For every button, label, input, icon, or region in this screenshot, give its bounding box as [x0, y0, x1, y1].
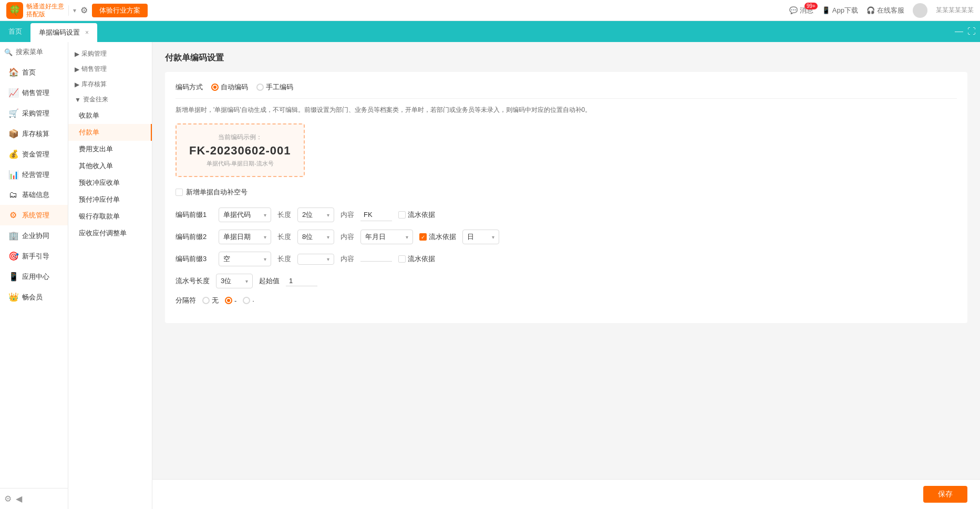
auto-code-radio[interactable]: [211, 84, 219, 91]
sidebar-item-appcenter[interactable]: 📱 应用中心: [0, 266, 68, 287]
field3-select[interactable]: 空 ▾: [219, 252, 271, 266]
tabbar-actions: — ⛶: [955, 27, 980, 36]
field2-content-label: 内容: [341, 232, 354, 242]
field2-length-select[interactable]: 8位 ▾: [297, 230, 334, 244]
field2-serial-checkbox[interactable]: ✓ 流水依据: [419, 232, 456, 242]
operations-icon: 📊: [8, 170, 18, 180]
field2-serial-box[interactable]: ✓: [419, 233, 427, 241]
field1-label: 编码前缀1: [176, 210, 212, 220]
sub-nav-group-purchase: ▶ 采购管理: [68, 46, 152, 61]
sub-nav-item-pre-receipt[interactable]: 预收冲应收单: [68, 174, 152, 191]
field1-select-value: 单据代码: [223, 210, 251, 220]
sidebar-item-system[interactable]: ⚙ 系统管理: [0, 205, 68, 225]
tab-home[interactable]: 首页: [0, 21, 30, 42]
sub-nav-item-adjustment[interactable]: 应收应付调整单: [68, 225, 152, 242]
serial-length-value: 3位: [221, 276, 231, 286]
form-card: 编码方式 自动编码 手工编码: [165, 72, 967, 323]
separator-none[interactable]: 无: [202, 296, 219, 305]
window-maximize-icon[interactable]: ⛶: [967, 27, 976, 36]
field3-length-select[interactable]: ▾: [297, 254, 334, 265]
field3-serial-box[interactable]: [398, 255, 406, 263]
sidebar-item-sales[interactable]: 📈 销售管理: [0, 82, 68, 103]
encoding-method-label: 编码方式: [176, 82, 203, 92]
sidebar-item-enterprise[interactable]: 🏢 企业协同: [0, 225, 68, 246]
sidebar-item-home[interactable]: 🏠 首页: [0, 62, 68, 82]
page-layout: ▶ 采购管理 ▶ 销售管理 ▶ 库存核算: [68, 42, 980, 509]
workspace-dropdown[interactable]: ▾: [73, 7, 76, 14]
sidebar-item-operations[interactable]: 📊 经营管理: [0, 164, 68, 185]
promo-button[interactable]: 体验行业方案: [92, 4, 148, 17]
sub-nav-item-expense[interactable]: 费用支出单: [68, 141, 152, 158]
tab-encoding[interactable]: 单据编码设置 ×: [30, 23, 97, 42]
sidebar-settings-button[interactable]: ⚙: [4, 494, 12, 504]
manual-code-option[interactable]: 手工编码: [256, 82, 293, 92]
sidebar-item-basic[interactable]: 🗂 基础信息: [0, 185, 68, 205]
field2-serial-select[interactable]: 日 ▾: [462, 230, 499, 244]
avatar[interactable]: [913, 3, 927, 18]
sub-nav-item-other-income[interactable]: 其他收入单: [68, 158, 152, 174]
sep-dot2-radio[interactable]: [243, 297, 250, 304]
sep-dot-label: -: [234, 297, 236, 305]
tab-close-icon[interactable]: ×: [85, 29, 89, 36]
encoding-radio-group: 自动编码 手工编码: [211, 82, 293, 92]
start-value-label: 起始值: [259, 276, 280, 286]
auto-fill-checkbox[interactable]: [176, 189, 183, 196]
separator-row: 分隔符 无 - ·: [176, 296, 957, 305]
sales-icon: 📈: [8, 88, 18, 98]
app-download-item[interactable]: 📱 App下载: [822, 6, 858, 15]
sub-nav-item-bank[interactable]: 银行存取款单: [68, 208, 152, 225]
field1-serial-label: 流水依据: [408, 210, 435, 220]
field1-length-label: 长度: [277, 210, 291, 220]
sidebar-item-member[interactable]: 👑 畅会员: [0, 287, 68, 307]
sidebar-item-label: 应用中心: [22, 272, 49, 282]
field1-serial-box[interactable]: [398, 211, 406, 219]
field2-serial-label: 流水依据: [429, 232, 456, 242]
sub-nav-item-pre-payment[interactable]: 预付冲应付单: [68, 191, 152, 208]
window-minimize-icon[interactable]: —: [955, 27, 963, 36]
group-label: 采购管理: [81, 49, 107, 58]
sidebar-collapse-button[interactable]: ◀: [16, 494, 22, 504]
field3-serial-checkbox[interactable]: 流水依据: [398, 254, 435, 264]
field2-content-select[interactable]: 年月日 ▾: [360, 230, 413, 244]
sub-nav-group-inventory-title[interactable]: ▶ 库存核算: [68, 77, 152, 92]
serial-length-select[interactable]: 3位 ▾: [216, 274, 253, 288]
sidebar-item-newguide[interactable]: 🎯 新手引导: [0, 246, 68, 266]
sep-none-radio[interactable]: [202, 297, 210, 304]
manual-code-radio[interactable]: [256, 84, 264, 91]
sidebar-search[interactable]: 🔍 搜索菜单: [0, 42, 68, 62]
separator-dot[interactable]: -: [225, 297, 236, 305]
field3-label: 编码前缀3: [176, 254, 212, 264]
topbar-right: 💬 消息 99+ 📱 App下载 🎧 在线客服 某某某某某某: [789, 3, 974, 18]
field1-serial-checkbox[interactable]: 流水依据: [398, 210, 435, 220]
field2-select[interactable]: 单据日期 ▾: [219, 230, 271, 244]
message-item[interactable]: 💬 消息 99+: [789, 6, 813, 15]
field1-select[interactable]: 单据代码 ▾: [219, 207, 271, 222]
separator-dot2[interactable]: ·: [243, 297, 254, 305]
auto-code-option[interactable]: 自动编码: [211, 82, 248, 92]
sub-nav-group-finance-title[interactable]: ▼ 资金往来: [68, 92, 152, 107]
settings-icon[interactable]: ⚙: [80, 5, 88, 15]
sep-none-label: 无: [212, 296, 219, 305]
sidebar-item-label: 采购管理: [22, 109, 49, 118]
main-layout: 🔍 搜索菜单 🏠 首页 📈 销售管理 🛒 采购管理 📦 库存核算 💰: [0, 42, 980, 509]
brand-icon: 🍀: [6, 2, 23, 19]
search-label: 搜索菜单: [16, 47, 43, 57]
sub-nav-item-receipt[interactable]: 收款单: [68, 107, 152, 124]
field2-length-value: 8位: [302, 232, 313, 242]
online-service-item[interactable]: 🎧 在线客服: [866, 6, 904, 15]
sidebar-item-purchase[interactable]: 🛒 采购管理: [0, 103, 68, 123]
field3-select-value: 空: [223, 254, 230, 264]
sep-dot-radio[interactable]: [225, 297, 232, 304]
field1-length-select[interactable]: 2位 ▾: [297, 207, 334, 222]
sub-nav-group-sales-title[interactable]: ▶ 销售管理: [68, 61, 152, 77]
start-value: 1: [286, 276, 317, 286]
save-button[interactable]: 保存: [923, 486, 967, 503]
auto-fill-label: 新增单据自动补空号: [186, 188, 247, 197]
expand-icon: ▼: [75, 96, 81, 103]
sub-nav-item-payment[interactable]: 付款单: [68, 124, 152, 141]
sidebar-item-inventory[interactable]: 📦 库存核算: [0, 123, 68, 144]
sidebar-item-finance[interactable]: 💰 资金管理: [0, 144, 68, 164]
serial-length-label: 流水号长度: [176, 276, 210, 286]
field-row-1: 编码前缀1 单据代码 ▾ 长度 2位 ▾ 内容 FK: [176, 207, 957, 222]
sub-nav-group-purchase-title[interactable]: ▶ 采购管理: [68, 46, 152, 61]
